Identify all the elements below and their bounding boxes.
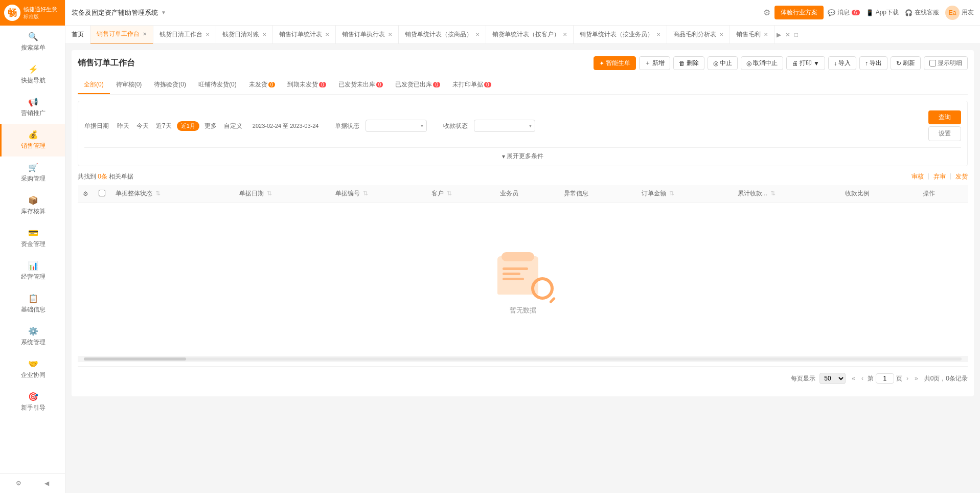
tab-close-icon[interactable]: ✕ <box>388 32 392 37</box>
tab-sales-stats[interactable]: 销售订单统计表 ✕ <box>273 26 336 44</box>
sort-icon[interactable]: ⇅ <box>669 190 674 197</box>
sidebar-item-marketing[interactable]: 📢 营销推广 <box>0 91 65 124</box>
date-1month[interactable]: 近1月 <box>177 121 199 131</box>
sidebar-collapse-button[interactable]: ◀ <box>42 478 51 489</box>
user-menu-button[interactable]: Ea 用友 <box>945 6 974 20</box>
tab-close-icon[interactable]: ✕ <box>475 32 480 37</box>
date-today[interactable]: 今天 <box>134 121 151 131</box>
sidebar-logo: 畅 畅捷通好生意 标准版 <box>0 0 65 26</box>
subtab-shipped-not-out[interactable]: 已发货未出库0 <box>332 76 390 94</box>
tab-sales-by-salesman[interactable]: 销货单统计表（按业务员） ✕ <box>574 26 667 44</box>
prev-page-button[interactable]: ‹ <box>859 374 865 383</box>
select-all-checkbox[interactable] <box>99 190 105 196</box>
sidebar-item-system[interactable]: ⚙️ 系统管理 <box>0 320 65 353</box>
set-button[interactable]: 设置 <box>928 126 961 141</box>
tab-sales-by-customer[interactable]: 销货单统计表（按客户） ✕ <box>486 26 574 44</box>
filter-divider <box>84 147 961 148</box>
industry-solution-button[interactable]: 体验行业方案 <box>774 6 824 19</box>
tab-close-icon[interactable]: ✕ <box>719 32 723 37</box>
tab-daily-clear[interactable]: 钱货日清工作台 ✕ <box>153 26 216 44</box>
sidebar-settings-button[interactable]: ⚙ <box>14 478 24 489</box>
cancel-stop-icon: ◎ <box>746 60 751 67</box>
sidebar-item-management[interactable]: 📊 经营管理 <box>0 255 65 287</box>
sidebar-item-search[interactable]: 🔍 搜索菜单 <box>0 26 65 58</box>
subtab-unshipped[interactable]: 未发货0 <box>243 76 282 94</box>
status-select[interactable] <box>366 120 427 132</box>
scroll-thumb[interactable] <box>84 357 186 361</box>
tab-home[interactable]: 首页 <box>65 26 90 44</box>
audit-action-button[interactable]: 审核 <box>911 172 924 181</box>
sidebar-item-guide[interactable]: 🎯 新手引导 <box>0 386 65 418</box>
payment-select[interactable] <box>474 120 535 132</box>
tab-sales-profit[interactable]: 销售毛利 ✕ <box>730 26 774 44</box>
tab-sales-order-workbench[interactable]: 销售订单工作台 ✕ <box>90 26 153 44</box>
deliver-action-button[interactable]: 发货 <box>955 172 968 181</box>
export-button[interactable]: ↑ 导出 <box>859 56 887 70</box>
date-yesterday[interactable]: 昨天 <box>115 121 131 131</box>
horizontal-scrollbar[interactable] <box>78 356 968 362</box>
subtab-overdue-unshipped[interactable]: 到期未发货0 <box>281 76 332 94</box>
online-service-button[interactable]: 🎧 在线客服 <box>905 8 939 17</box>
tab-close-icon[interactable]: ✕ <box>563 32 567 37</box>
sidebar-item-enterprise[interactable]: 🤝 企业协同 <box>0 353 65 386</box>
sidebar-item-inventory[interactable]: 📦 库存核算 <box>0 189 65 222</box>
tab-close-icon[interactable]: ✕ <box>764 32 768 37</box>
tab-close-icon[interactable]: ✕ <box>262 32 266 37</box>
next-page-button[interactable]: › <box>904 374 910 383</box>
tab-close-icon[interactable]: ✕ <box>143 31 147 37</box>
print-button[interactable]: 🖨 打印 ▼ <box>786 56 825 70</box>
col-date: 单据日期 ⇅ <box>234 185 330 203</box>
app-download-button[interactable]: 📱 App下载 <box>866 8 899 17</box>
col-checkbox[interactable] <box>94 185 110 203</box>
cancel-stop-button[interactable]: ◎ 取消中止 <box>741 56 783 70</box>
show-detail-checkbox[interactable]: 显示明细 <box>924 56 968 70</box>
sort-icon[interactable]: ⇅ <box>155 190 161 197</box>
subtab-shipped-out[interactable]: 已发货已出库0 <box>389 76 446 94</box>
subtab-pending-inspect[interactable]: 待拣验货(0) <box>148 76 192 94</box>
last-page-button[interactable]: » <box>913 374 920 383</box>
tab-daily-reconcile[interactable]: 钱货日清对账 ✕ <box>216 26 273 44</box>
import-button[interactable]: ↓ 导入 <box>828 56 856 70</box>
page-size-select[interactable]: 50 10 20 100 <box>819 373 846 384</box>
sort-icon[interactable]: ⇅ <box>267 190 272 197</box>
tabs-scroll-right[interactable]: ▶ <box>774 31 783 38</box>
sidebar-item-basic-info[interactable]: 📋 基础信息 <box>0 287 65 320</box>
sidebar-item-quicknav[interactable]: ⚡ 快捷导航 <box>0 58 65 91</box>
topbar-gear-icon[interactable]: ⚙ <box>763 8 770 17</box>
sidebar-item-label: 销售管理 <box>21 142 45 150</box>
tab-sales-by-goods[interactable]: 销货单统计表（按商品） ✕ <box>399 26 486 44</box>
sidebar-item-sales[interactable]: 💰 销售管理 <box>0 124 65 156</box>
tab-close-icon[interactable]: ✕ <box>325 32 329 37</box>
date-custom[interactable]: 自定义 <box>222 121 244 131</box>
sort-icon[interactable]: ⇅ <box>363 190 368 197</box>
sort-icon[interactable]: ⇅ <box>447 190 452 197</box>
tab-sales-exec[interactable]: 销售订单执行表 ✕ <box>336 26 399 44</box>
sort-icon[interactable]: ⇅ <box>770 190 776 197</box>
sidebar-item-finance[interactable]: 💳 资金管理 <box>0 222 65 255</box>
add-button[interactable]: ＋ 新增 <box>639 56 670 70</box>
subtab-unprinted[interactable]: 未打印单据0 <box>446 76 497 94</box>
smart-generate-button[interactable]: ✦ 智能生单 <box>594 56 636 70</box>
show-detail-input[interactable] <box>929 60 936 66</box>
sidebar-item-purchase[interactable]: 🛒 采购管理 <box>0 156 65 189</box>
first-page-button[interactable]: « <box>850 374 857 383</box>
tab-close-icon[interactable]: ✕ <box>206 32 210 37</box>
query-button[interactable]: 查询 <box>928 110 961 124</box>
tabs-maximize[interactable]: □ <box>792 31 800 38</box>
date-more[interactable]: 更多 <box>202 121 219 131</box>
subtab-all[interactable]: 全部(0) <box>78 76 110 94</box>
col-settings[interactable]: ⚙ <box>78 185 94 203</box>
tab-profit-analysis[interactable]: 商品毛利分析表 ✕ <box>667 26 730 44</box>
refresh-button[interactable]: ↻ 刷新 <box>891 56 921 70</box>
unaudit-action-button[interactable]: 弃审 <box>933 172 946 181</box>
tabs-close-all[interactable]: ✕ <box>783 31 792 38</box>
stop-button[interactable]: ◎ 中止 <box>708 56 738 70</box>
delete-button[interactable]: 🗑 删除 <box>673 56 704 70</box>
subtab-wangpu-pending[interactable]: 旺铺待发货(0) <box>192 76 243 94</box>
page-number-input[interactable] <box>876 373 894 384</box>
message-button[interactable]: 💬 消息 6 <box>828 8 860 17</box>
subtab-pending-audit[interactable]: 待审核(0) <box>110 76 148 94</box>
tab-close-icon[interactable]: ✕ <box>656 32 660 37</box>
expand-filter-button[interactable]: ▾ 展开更多条件 <box>502 152 543 161</box>
date-7days[interactable]: 近7天 <box>154 121 174 131</box>
